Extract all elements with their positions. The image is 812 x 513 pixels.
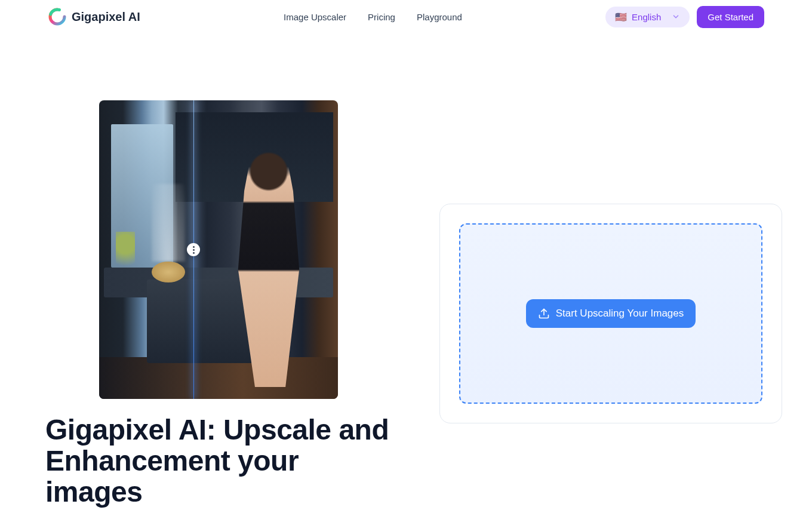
content: Gigapixel AI: Upscale and Enhancement yo…	[0, 33, 812, 513]
language-label: English	[632, 12, 661, 22]
flag-icon: 🇺🇸	[615, 11, 627, 23]
brand-name: Gigapixel AI	[72, 10, 140, 24]
slider-dots-icon	[193, 246, 195, 248]
upload-card: Start Upscaling Your Images	[439, 204, 782, 423]
comparison-scene	[99, 100, 338, 399]
nav-playground[interactable]: Playground	[417, 12, 462, 22]
nav-image-upscaler[interactable]: Image Upscaler	[284, 12, 346, 22]
get-started-button[interactable]: Get Started	[697, 6, 764, 28]
comparison-image[interactable]	[99, 100, 338, 399]
hero-heading: Gigapixel AI: Upscale and Enhancement yo…	[45, 414, 392, 507]
header: Gigapixel AI Image Upscaler Pricing Play…	[0, 0, 812, 33]
upload-button-label: Start Upscaling Your Images	[556, 308, 684, 320]
slider-handle[interactable]	[187, 243, 200, 256]
chevron-down-icon	[672, 13, 680, 21]
upload-icon	[538, 308, 550, 320]
dropzone[interactable]: Start Upscaling Your Images	[459, 223, 762, 404]
logo-icon	[48, 7, 67, 26]
start-upscaling-button[interactable]: Start Upscaling Your Images	[526, 299, 696, 328]
hero-left: Gigapixel AI: Upscale and Enhancement yo…	[45, 100, 392, 513]
nav-pricing[interactable]: Pricing	[368, 12, 395, 22]
main-nav: Image Upscaler Pricing Playground	[284, 12, 462, 22]
hero-right: Start Upscaling Your Images	[439, 93, 782, 513]
language-selector[interactable]: 🇺🇸 English	[605, 7, 690, 27]
header-right: 🇺🇸 English Get Started	[605, 6, 764, 28]
logo-section[interactable]: Gigapixel AI	[48, 7, 140, 26]
comparison-wrapper	[45, 100, 392, 399]
